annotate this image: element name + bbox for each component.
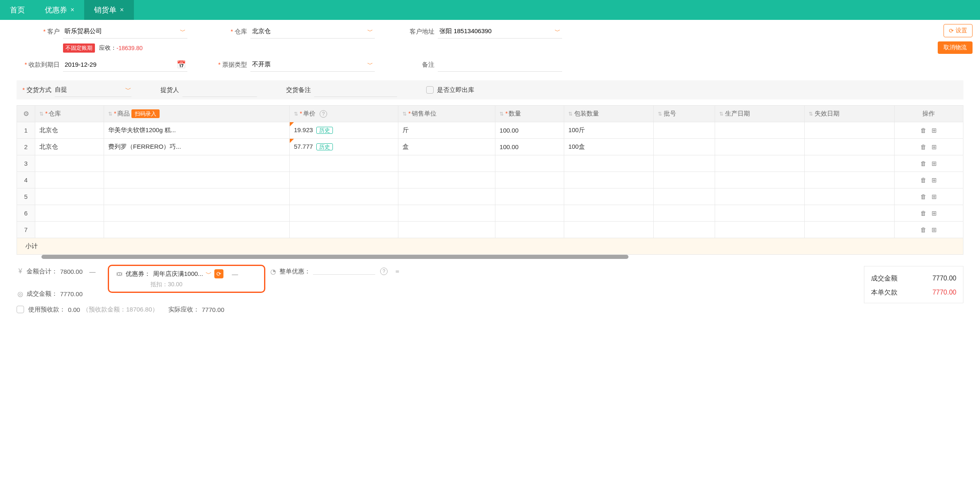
col-pack[interactable]: 包装数量 — [564, 106, 653, 122]
bill-select[interactable]: ﹀ — [250, 58, 375, 72]
close-icon[interactable]: × — [120, 6, 124, 14]
cell-warehouse[interactable] — [35, 205, 104, 222]
cell-batch[interactable] — [654, 172, 715, 188]
cell-batch[interactable] — [654, 205, 715, 222]
cell-price[interactable] — [290, 222, 398, 238]
cust-addr-select[interactable]: ﹀ — [438, 24, 562, 39]
table-row[interactable]: 3🗑⊞ — [17, 155, 963, 172]
cell-unit[interactable] — [398, 222, 495, 238]
col-prod-date[interactable]: 生产日期 — [715, 106, 805, 122]
cell-qty[interactable]: 100.00 — [495, 139, 564, 155]
cell-price[interactable]: 57.777 历史 — [290, 139, 398, 155]
cell-qty[interactable] — [495, 205, 564, 222]
calendar-icon[interactable]: 📅 — [177, 60, 186, 69]
cell-warehouse[interactable] — [35, 222, 104, 238]
col-qty[interactable]: *数量 — [495, 106, 564, 122]
scan-button[interactable]: 扫码录入 — [131, 109, 160, 118]
cell-product[interactable]: 华美华夫软饼1200g 糕... — [104, 122, 289, 139]
cell-product[interactable] — [104, 205, 289, 222]
col-settings[interactable]: ⚙ — [17, 106, 35, 122]
trash-icon[interactable]: 🗑 — [920, 193, 927, 200]
pickup-remark-input[interactable] — [314, 83, 397, 97]
immediate-checkbox[interactable] — [426, 86, 434, 94]
warehouse-select[interactable]: ﹀ — [250, 24, 375, 39]
cell-exp-date[interactable] — [805, 205, 894, 222]
trash-icon[interactable]: 🗑 — [920, 143, 927, 150]
help-icon[interactable]: ? — [320, 110, 327, 118]
cell-exp-date[interactable] — [805, 139, 894, 155]
cell-warehouse[interactable] — [35, 155, 104, 172]
cell-batch[interactable] — [654, 188, 715, 205]
cell-batch[interactable] — [654, 155, 715, 172]
cell-pack[interactable]: 100斤 — [564, 122, 653, 139]
cell-qty[interactable]: 100.00 — [495, 122, 564, 139]
add-icon[interactable]: ⊞ — [931, 160, 937, 167]
cell-exp-date[interactable] — [805, 222, 894, 238]
cell-price[interactable] — [290, 172, 398, 188]
cell-product[interactable] — [104, 155, 289, 172]
cell-warehouse[interactable]: 北京仓 — [35, 122, 104, 139]
cell-prod-date[interactable] — [715, 222, 805, 238]
table-row[interactable]: 2北京仓费列罗（FERRERO）巧...57.777 历史盒100.00100盒… — [17, 139, 963, 155]
col-warehouse[interactable]: *仓库 — [35, 106, 104, 122]
cell-exp-date[interactable] — [805, 155, 894, 172]
chevron-down-icon[interactable]: ﹀ — [206, 270, 212, 278]
cell-prod-date[interactable] — [715, 155, 805, 172]
cell-prod-date[interactable] — [715, 122, 805, 139]
cell-qty[interactable] — [495, 155, 564, 172]
cell-batch[interactable] — [654, 122, 715, 139]
trash-icon[interactable]: 🗑 — [920, 160, 927, 167]
cell-unit[interactable] — [398, 188, 495, 205]
cell-pack[interactable]: 100盒 — [564, 139, 653, 155]
col-unit[interactable]: *销售单位 — [398, 106, 495, 122]
cell-pack[interactable] — [564, 205, 653, 222]
cell-pack[interactable] — [564, 188, 653, 205]
cell-pack[interactable] — [564, 222, 653, 238]
cell-batch[interactable] — [654, 139, 715, 155]
cell-unit[interactable]: 斤 — [398, 122, 495, 139]
horizontal-scrollbar[interactable] — [17, 255, 963, 259]
cell-unit[interactable] — [398, 172, 495, 188]
cell-product[interactable]: 费列罗（FERRERO）巧... — [104, 139, 289, 155]
cell-warehouse[interactable]: 北京仓 — [35, 139, 104, 155]
tab-home[interactable]: 首页 — [0, 0, 35, 20]
cell-prod-date[interactable] — [715, 172, 805, 188]
cell-price[interactable] — [290, 205, 398, 222]
trash-icon[interactable]: 🗑 — [920, 210, 927, 217]
pickup-mode-select[interactable]: 自提﹀ — [55, 83, 131, 97]
refresh-icon[interactable]: ⟳ — [214, 269, 223, 278]
add-icon[interactable]: ⊞ — [931, 176, 937, 184]
add-icon[interactable]: ⊞ — [931, 193, 937, 200]
remark-input[interactable] — [438, 58, 562, 72]
cell-product[interactable] — [104, 172, 289, 188]
trash-icon[interactable]: 🗑 — [920, 176, 927, 184]
cell-qty[interactable] — [495, 222, 564, 238]
col-product[interactable]: *商品 扫码录入 — [104, 106, 289, 122]
col-exp-date[interactable]: 失效日期 — [805, 106, 894, 122]
cell-prod-date[interactable] — [715, 205, 805, 222]
add-icon[interactable]: ⊞ — [931, 210, 937, 217]
add-icon[interactable]: ⊞ — [931, 226, 937, 233]
col-price[interactable]: *单价 ? — [290, 106, 398, 122]
paydate-input[interactable]: 📅 — [63, 58, 187, 72]
cell-qty[interactable] — [495, 188, 564, 205]
table-row[interactable]: 7🗑⊞ — [17, 222, 963, 238]
history-tag[interactable]: 历史 — [316, 127, 333, 134]
cell-pack[interactable] — [564, 155, 653, 172]
cell-pack[interactable] — [564, 172, 653, 188]
history-tag[interactable]: 历史 — [316, 143, 333, 150]
close-icon[interactable]: × — [70, 6, 74, 14]
help-icon[interactable]: ? — [380, 268, 388, 275]
pickup-person-input[interactable] — [182, 83, 257, 97]
col-batch[interactable]: 批号 — [654, 106, 715, 122]
cell-product[interactable] — [104, 188, 289, 205]
cell-exp-date[interactable] — [805, 122, 894, 139]
cell-unit[interactable] — [398, 155, 495, 172]
table-row[interactable]: 1北京仓华美华夫软饼1200g 糕...19.923 历史斤100.00100斤… — [17, 122, 963, 139]
cell-unit[interactable] — [398, 205, 495, 222]
tab-sales[interactable]: 销货单× — [84, 0, 133, 20]
cell-warehouse[interactable] — [35, 172, 104, 188]
table-row[interactable]: 4🗑⊞ — [17, 172, 963, 188]
table-row[interactable]: 6🗑⊞ — [17, 205, 963, 222]
add-icon[interactable]: ⊞ — [931, 143, 937, 150]
